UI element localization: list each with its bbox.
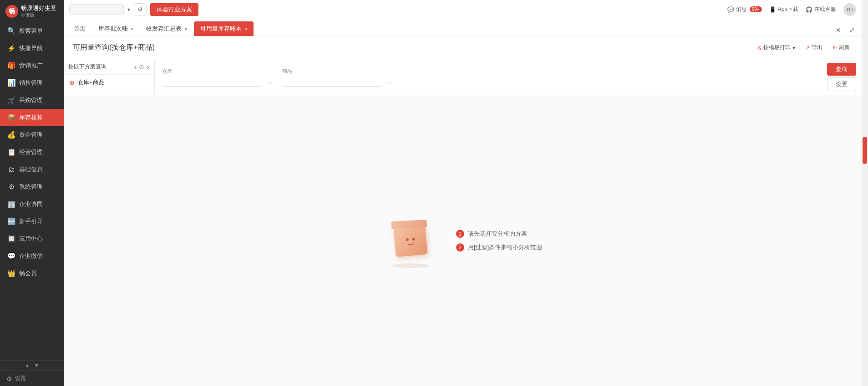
sidebar-item-vip[interactable]: 👑 畅会员 xyxy=(0,265,64,282)
sidebar-item-basic[interactable]: 🗂 基础信息 xyxy=(0,161,64,178)
empty-state: 1 请先选择要分析的方案 2 用[过滤]条件来缩小分析范围 xyxy=(64,95,862,386)
query-section: 按以下方案查询 + ⊙ « ⊕ 仓库+商品 仓库 xyxy=(64,59,862,95)
sidebar-scroll-up[interactable]: ▲ xyxy=(25,362,30,369)
expand-tab-button[interactable]: ⤢ xyxy=(846,24,858,36)
print-button[interactable]: 🖨 按模板打印 ▾ xyxy=(753,42,798,53)
trial-button[interactable]: 体验行业方案 xyxy=(150,3,198,16)
sidebar-item-label: 基础信息 xyxy=(19,165,43,174)
app-download-label: App下载 xyxy=(778,5,798,13)
add-scheme-button[interactable]: + xyxy=(133,63,137,71)
close-icon[interactable]: × xyxy=(131,26,133,31)
sidebar-item-marketing[interactable]: 🎁 营销推广 xyxy=(0,57,64,74)
product-input[interactable] xyxy=(282,76,382,87)
sidebar-item-guide[interactable]: 🆕 新手引导 xyxy=(0,213,64,230)
close-icon[interactable]: × xyxy=(184,26,187,31)
query-buttons: 查询 设置 xyxy=(822,59,862,95)
sidebar-item-shortcut[interactable]: ⚡ 快捷导航 xyxy=(0,40,64,57)
warehouse-dots-button[interactable]: … xyxy=(264,77,275,85)
topbar-right: 💬 消息 99+ 📱 App下载 🎧 在线客服 Rit xyxy=(727,3,856,16)
logo-app-name: 畅康通好生意 xyxy=(21,5,56,12)
sidebar-item-label: 系统管理 xyxy=(19,183,43,191)
tab-home[interactable]: 首页 xyxy=(67,21,92,36)
logo-icon: 畅 xyxy=(5,5,18,18)
sidebar-item-search[interactable]: 🔍 搜索菜单 xyxy=(0,22,64,40)
sidebar-item-label: 应用中心 xyxy=(19,235,43,243)
sidebar-header: 畅 畅康通好生意 标准版 xyxy=(0,0,64,22)
scheme-item-warehouse-product[interactable]: ⊕ 仓库+商品 xyxy=(64,75,154,90)
empty-hint-2: 2 用[过滤]条件来缩小分析范围 xyxy=(456,243,542,252)
refresh-button[interactable]: ↻ 刷新 xyxy=(830,42,853,53)
sidebar-item-inventory[interactable]: 📦 库存核算 xyxy=(0,109,64,126)
print-label: 按模板打印 xyxy=(763,44,791,51)
clipboard-icon: 📋 xyxy=(7,148,15,156)
product-dots-button[interactable]: … xyxy=(384,77,395,85)
building-icon: 🏢 xyxy=(7,200,15,208)
query-button[interactable]: 查询 xyxy=(827,63,856,76)
sidebar-item-purchase[interactable]: 🛒 采购管理 xyxy=(0,92,64,109)
sidebar-settings-item[interactable]: ⚙ 设置 xyxy=(0,371,64,386)
right-scrollbar[interactable] xyxy=(862,0,868,386)
tab-available-qty[interactable]: 可用量库存账本 × xyxy=(194,21,254,36)
settings-icon: ⚙ xyxy=(6,375,12,382)
close-icon[interactable]: × xyxy=(244,26,247,31)
logo-text-block: 畅康通好生意 标准版 xyxy=(21,5,56,18)
sidebar-item-wechat[interactable]: 💬 企业微信 xyxy=(0,247,64,265)
scheme-header-label: 按以下方案查询 xyxy=(68,63,107,71)
settings-scheme-button[interactable]: ⊙ xyxy=(139,63,144,71)
main-content: ▾ ⚙ 体验行业方案 💬 消息 99+ 📱 App下载 🎧 在线客服 Rit xyxy=(64,0,862,386)
sidebar-item-sales[interactable]: 📊 销售管理 xyxy=(0,74,64,92)
scrollbar-thumb[interactable] xyxy=(863,137,867,164)
sidebar-item-label: 采购管理 xyxy=(19,96,43,104)
sidebar-item-enterprise[interactable]: 🏢 企业协同 xyxy=(0,196,64,213)
topbar-dropdown-button[interactable]: ▾ xyxy=(127,6,130,13)
empty-hint-1: 1 请先选择要分析的方案 xyxy=(456,230,542,238)
headset-icon: 🎧 xyxy=(806,6,812,13)
tab-label: 可用量库存账本 xyxy=(200,25,242,33)
hint-text-1: 请先选择要分析的方案 xyxy=(468,230,527,238)
topbar-search-input[interactable] xyxy=(69,4,124,15)
sidebar-scroll-down[interactable]: ▼ xyxy=(34,362,39,369)
topbar-gear-button[interactable]: ⚙ xyxy=(134,3,147,16)
hint-number-2: 2 xyxy=(456,243,464,252)
money-icon: 💰 xyxy=(7,131,15,139)
warehouse-input[interactable] xyxy=(162,76,262,87)
tabbar-actions: ✕ ⤢ xyxy=(829,24,862,36)
box-icon: 📦 xyxy=(7,113,15,122)
sidebar-item-label: 库存核算 xyxy=(19,113,43,122)
user-avatar[interactable]: Rit xyxy=(843,3,856,16)
product-field: 商品 … xyxy=(282,68,395,87)
settings-button[interactable]: 设置 xyxy=(827,77,856,91)
sidebar-item-finance[interactable]: 💰 资金管理 xyxy=(0,126,64,144)
lightning-icon: ⚡ xyxy=(7,44,15,52)
sidebar-item-system[interactable]: ⚙ 系统管理 xyxy=(0,178,64,196)
tab-label: 首页 xyxy=(74,25,86,33)
message-button[interactable]: 💬 消息 99+ xyxy=(727,5,762,13)
message-icon: 💬 xyxy=(727,6,734,13)
message-label: 消息 xyxy=(736,5,747,13)
refresh-label: 刷新 xyxy=(839,44,850,51)
sidebar-item-label: 搜索菜单 xyxy=(19,27,43,35)
collapse-scheme-button[interactable]: « xyxy=(146,63,150,71)
tab-batch-ledger[interactable]: 库存批次账 × xyxy=(92,21,140,36)
grid-icon: 🔲 xyxy=(7,235,15,243)
gear-icon: ⚙ xyxy=(7,183,15,191)
sidebar-item-label: 销售管理 xyxy=(19,79,43,87)
scheme-header-actions: + ⊙ « xyxy=(133,63,150,71)
sidebar-item-label: 营销推广 xyxy=(19,62,43,70)
sidebar-item-label: 新手引导 xyxy=(19,217,43,226)
app-download-button[interactable]: 📱 App下载 xyxy=(769,5,798,13)
gift-icon: 🎁 xyxy=(7,62,15,70)
sidebar-item-operations[interactable]: 📋 经营管理 xyxy=(0,144,64,161)
sidebar-item-apps[interactable]: 🔲 应用中心 xyxy=(0,230,64,247)
tab-label: 库存批次账 xyxy=(98,25,128,33)
close-tab-button[interactable]: ✕ xyxy=(832,24,844,36)
online-service-button[interactable]: 🎧 在线客服 xyxy=(806,5,836,13)
avatar-text: Rit xyxy=(847,7,853,12)
scheme-header: 按以下方案查询 + ⊙ « xyxy=(64,59,154,75)
export-icon: ↗ xyxy=(805,45,810,51)
sidebar-item-label: 快捷导航 xyxy=(19,44,43,52)
print-icon: 🖨 xyxy=(756,45,761,51)
page-header: 可用量查询(按仓库+商品) 🖨 按模板打印 ▾ ↗ 导出 ↻ 刷新 xyxy=(64,36,862,59)
export-button[interactable]: ↗ 导出 xyxy=(802,42,825,53)
tab-inventory-summary[interactable]: 收发存汇总表 × xyxy=(140,21,193,36)
